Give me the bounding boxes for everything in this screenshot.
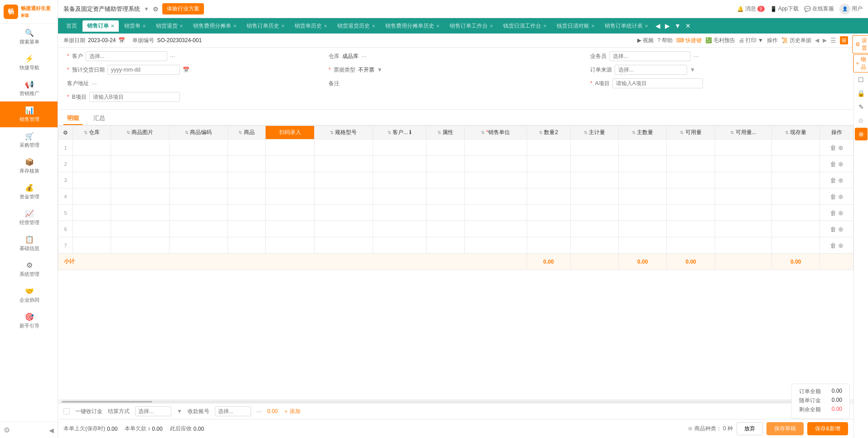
calendar-icon[interactable]: 📅 <box>118 37 125 43</box>
next-record-icon[interactable]: ▶ <box>823 37 827 43</box>
sidebar-item-sales[interactable]: 📊 销售管理 <box>0 101 58 127</box>
tab-close-all-icon[interactable]: ✕ <box>684 21 693 30</box>
discard-button[interactable]: 放弃 <box>737 422 763 435</box>
add-goods-button[interactable]: + 物品 <box>853 54 868 72</box>
sidebar-item-purchase[interactable]: 🛒 采购管理 <box>0 127 58 153</box>
row-1-warehouse[interactable] <box>73 140 111 156</box>
copy-row-3-icon[interactable]: ⊕ <box>838 177 844 184</box>
receipt-account-input[interactable] <box>215 406 251 416</box>
settings-icon[interactable]: ⚙ <box>4 426 10 434</box>
tab-home[interactable]: 首页 <box>62 20 82 32</box>
sidebar-item-operation[interactable]: 📈 经营管理 <box>0 205 58 231</box>
row-2-available[interactable] <box>667 156 715 172</box>
tab-prev-icon[interactable]: ◀ <box>654 21 662 30</box>
row-1-main-qty[interactable] <box>619 140 667 156</box>
sidebar-item-quicknav[interactable]: ⚡ 快捷导航 <box>0 50 58 76</box>
sidebar-item-guide[interactable]: 🎯 新手引导 <box>0 308 58 334</box>
grid-view-icon[interactable]: ⊞ <box>840 36 848 44</box>
app-download-button[interactable]: 📱 App下载 <box>770 5 799 13</box>
row-2-main-unit[interactable] <box>570 156 618 172</box>
one-click-checkbox[interactable] <box>63 408 70 414</box>
col-settings[interactable]: ⚙ <box>58 126 73 140</box>
close-tab-5-icon[interactable]: ✕ <box>281 24 285 29</box>
close-tab-2-icon[interactable]: ✕ <box>142 24 146 29</box>
scrollbar-thumb[interactable] <box>62 401 152 403</box>
copy-row-4-icon[interactable]: ⊕ <box>838 193 844 200</box>
tab-fee-split[interactable]: 销售费用分摊单 ✕ <box>189 20 241 32</box>
delivery-calendar-icon[interactable]: 📅 <box>183 67 189 73</box>
print-btn[interactable]: 🖨 打印 ▼ <box>739 37 763 44</box>
row-3-customer-code[interactable] <box>373 172 426 188</box>
warehouse-more-icon[interactable]: ··· <box>361 53 367 60</box>
save-draft-button[interactable]: 保存草稿 <box>766 422 804 435</box>
row-3-available[interactable] <box>667 172 715 188</box>
b-project-input[interactable] <box>89 92 180 102</box>
tab-summary[interactable]: 汇总 <box>90 112 109 125</box>
a-project-input[interactable] <box>612 78 703 88</box>
user-menu[interactable]: 👤 用户 <box>839 4 863 14</box>
row-2-code[interactable] <box>169 156 228 172</box>
dropdown-icon[interactable]: ▼ <box>144 6 149 12</box>
print-dropdown-icon[interactable]: ▼ <box>758 37 763 43</box>
tab-sales-stats[interactable]: 销售订单统计表 ✕ <box>600 20 653 32</box>
close-tab-9-icon[interactable]: ✕ <box>490 24 493 29</box>
row-3-available2[interactable] <box>715 172 771 188</box>
row-1-main-unit[interactable] <box>570 140 618 156</box>
prev-record-icon[interactable]: ◀ <box>815 37 819 43</box>
row-3-main-qty[interactable] <box>619 172 667 188</box>
payment-method-input[interactable] <box>135 406 171 416</box>
row-3-main-unit[interactable] <box>570 172 618 188</box>
col-scan[interactable]: 扫码录入 <box>266 126 315 140</box>
row-3-attribute[interactable] <box>427 172 465 188</box>
receipt-more-icon[interactable]: ··· <box>257 408 262 415</box>
profit-btn[interactable]: 💹 毛利预告 <box>705 37 735 44</box>
add-receipt-button[interactable]: ＋ 添加 <box>283 408 301 415</box>
close-tab-icon[interactable]: ✕ <box>111 24 114 29</box>
row-3-name[interactable] <box>228 172 266 188</box>
row-1-attribute[interactable] <box>427 140 465 156</box>
tab-order-workbench[interactable]: 销售订单工作台 ✕ <box>445 20 498 32</box>
row-2-attribute[interactable] <box>427 156 465 172</box>
settings-gear-icon[interactable]: ⚙ <box>153 5 159 13</box>
sidebar-item-basic[interactable]: 📋 基础信息 <box>0 231 58 256</box>
close-tab-4-icon[interactable]: ✕ <box>233 24 237 29</box>
delete-row-7-icon[interactable]: 🗑 <box>830 242 836 249</box>
notification-button[interactable]: 🔔 消息 9 <box>737 5 765 13</box>
tab-daily-workbench[interactable]: 钱货日清工作台 ✕ <box>499 20 551 32</box>
close-tab-8-icon[interactable]: ✕ <box>436 24 440 29</box>
row-1-qty2[interactable] <box>527 140 570 156</box>
right-panel-icon-3[interactable]: ✎ <box>855 101 868 113</box>
tab-fee-history[interactable]: 销售费用分摊单历史 ✕ <box>381 20 444 32</box>
payment-dropdown-icon[interactable]: ▼ <box>177 408 182 414</box>
row-2-name[interactable] <box>228 156 266 172</box>
row-2-current[interactable] <box>771 156 820 172</box>
right-panel-icon-4[interactable]: ☆ <box>855 114 868 127</box>
row-2-available2[interactable] <box>715 156 771 172</box>
row-2-warehouse[interactable] <box>73 156 111 172</box>
row-1-scan[interactable] <box>266 140 315 156</box>
history-btn[interactable]: 📜 历史单据 <box>781 37 811 44</box>
row-2-customer-code[interactable] <box>373 156 426 172</box>
row-3-spec[interactable] <box>314 172 373 188</box>
close-tab-3-icon[interactable]: ✕ <box>179 24 183 29</box>
row-1-current[interactable] <box>771 140 820 156</box>
operation-btn[interactable]: 操作 <box>767 37 778 44</box>
tab-sales-return[interactable]: 销货退货 ✕ <box>151 20 188 32</box>
right-panel-icon-1[interactable]: ☐ <box>855 73 868 86</box>
row-3-image[interactable] <box>111 172 169 188</box>
row-2-scan[interactable] <box>266 156 315 172</box>
salesperson-input[interactable] <box>609 51 691 61</box>
salesperson-more-icon[interactable]: ··· <box>693 53 699 60</box>
row-1-name[interactable] <box>228 140 266 156</box>
delete-row-3-icon[interactable]: 🗑 <box>830 177 836 184</box>
row-1-available2[interactable] <box>715 140 771 156</box>
copy-row-2-icon[interactable]: ⊕ <box>838 160 844 168</box>
row-2-image[interactable] <box>111 156 169 172</box>
close-tab-10-icon[interactable]: ✕ <box>543 24 547 29</box>
delete-row-2-icon[interactable]: 🗑 <box>830 160 836 168</box>
row-3-current[interactable] <box>771 172 820 188</box>
sidebar-item-enterprise[interactable]: 🤝 企业协同 <box>0 282 58 308</box>
row-3-code[interactable] <box>169 172 228 188</box>
delete-row-1-icon[interactable]: 🗑 <box>830 144 836 151</box>
collapse-icon[interactable]: ◀ <box>49 427 54 434</box>
